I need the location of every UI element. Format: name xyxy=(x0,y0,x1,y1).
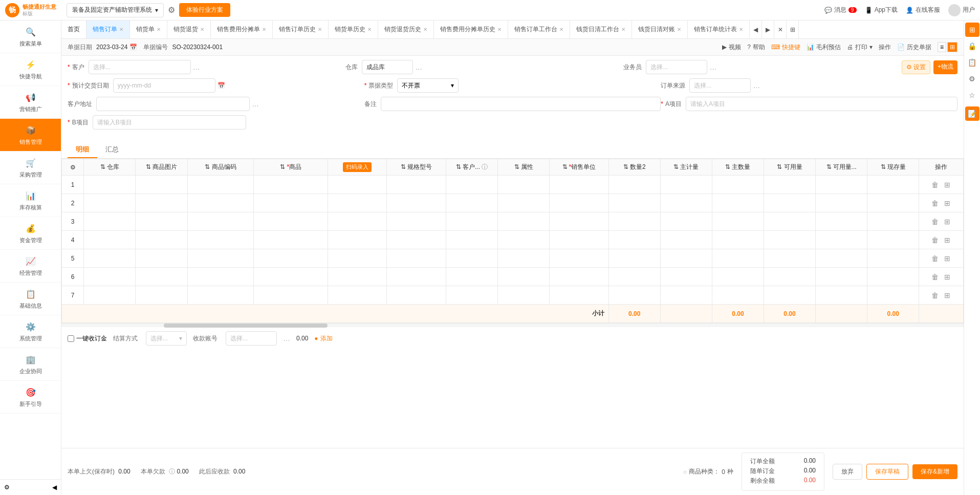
row-copy-btn[interactable]: ⊞ xyxy=(942,235,952,245)
account-input[interactable]: 选择... xyxy=(226,331,277,346)
tab-close-icon[interactable]: ✕ xyxy=(423,27,427,32)
row-delete-btn[interactable]: 🗑 xyxy=(930,217,940,227)
tab-order-workbench[interactable]: 销售订单工作台 ✕ xyxy=(508,20,570,38)
row-warehouse[interactable] xyxy=(84,176,136,194)
sidebar-item-operations[interactable]: 📈 经营管理 xyxy=(0,250,61,283)
tab-close-icon[interactable]: ✕ xyxy=(119,27,123,32)
row-delete-btn[interactable]: 🗑 xyxy=(930,290,940,300)
tab-refund-history[interactable]: 销货退货历史 ✕ xyxy=(378,20,434,38)
sidebar-item-base[interactable]: 📋 基础信息 xyxy=(0,283,61,315)
layout-grid-icon[interactable]: ⊞ xyxy=(947,42,957,52)
row-copy-btn[interactable]: ⊞ xyxy=(942,180,952,190)
add-logistics-btn[interactable]: +物流 xyxy=(933,60,957,74)
row-attribute[interactable] xyxy=(498,176,550,194)
warehouse-ellipsis-btn[interactable]: … xyxy=(415,63,422,71)
right-panel-icon-5[interactable]: ☆ xyxy=(965,88,979,102)
customer-ellipsis-btn[interactable]: … xyxy=(193,63,200,71)
row-copy-btn[interactable]: ⊞ xyxy=(942,198,952,208)
sidebar-item-system[interactable]: ⚙️ 系统管理 xyxy=(0,315,61,348)
sidebar-item-purchase[interactable]: 🛒 采购管理 xyxy=(0,152,61,184)
customer-input[interactable]: 选择... xyxy=(89,60,191,74)
sidebar-settings-icon[interactable]: ⚙ xyxy=(4,484,10,491)
tab-next-btn[interactable]: ▶ xyxy=(762,20,774,39)
account-ellipsis-btn[interactable]: … xyxy=(283,334,290,342)
save-draft-button[interactable]: 保存草稿 xyxy=(866,464,908,480)
sidebar-collapse-icon[interactable]: ◀ xyxy=(52,484,57,491)
tab-daily-reconcile[interactable]: 钱货日清对账 ✕ xyxy=(632,20,688,38)
sidebar-item-search-menu[interactable]: 🔍 搜索菜单 xyxy=(0,20,61,53)
order-source-ellipsis-btn[interactable]: … xyxy=(753,81,760,90)
calendar-icon[interactable]: 📅 xyxy=(129,44,137,51)
app-download[interactable]: 📱 App下载 xyxy=(865,6,898,14)
add-account-btn[interactable]: ● 添加 xyxy=(314,334,332,343)
print-btn[interactable]: 🖨 打印 ▾ xyxy=(847,43,873,52)
tab-prev-btn[interactable]: ◀ xyxy=(750,20,762,39)
settings-gear-icon[interactable]: ⚙ xyxy=(168,5,175,15)
online-service[interactable]: 👤 在线客服 xyxy=(906,6,940,14)
right-panel-icon-1[interactable]: ⊞ xyxy=(965,23,979,37)
tab-close-icon[interactable]: ✕ xyxy=(318,27,322,32)
view-video-btn[interactable]: ▶ 视频 xyxy=(722,43,741,52)
tab-close-icon[interactable]: ✕ xyxy=(200,27,204,32)
tab-expand-btn[interactable]: ⊞ xyxy=(787,20,799,39)
save-new-button[interactable]: 保存&新增 xyxy=(912,464,957,479)
tab-close-icon[interactable]: ✕ xyxy=(739,27,743,32)
a-project-input[interactable]: 请输入A项目 xyxy=(686,97,957,111)
tab-close-icon[interactable]: ✕ xyxy=(262,27,266,32)
tab-fee-history[interactable]: 销售费用分摊单历史 ✕ xyxy=(434,20,508,38)
user-avatar[interactable]: 用户 xyxy=(948,4,975,16)
discard-button[interactable]: 放弃 xyxy=(833,464,862,480)
row-code[interactable] xyxy=(187,176,254,194)
order-source-input[interactable]: 选择... xyxy=(689,78,751,93)
scrollbar-thumb[interactable] xyxy=(164,324,328,328)
sidebar-item-sales[interactable]: 📦 销售管理 xyxy=(0,119,61,152)
tab-detail[interactable]: 明细 xyxy=(68,142,97,158)
row-spec[interactable] xyxy=(387,176,446,194)
staff-input[interactable]: 选择... xyxy=(646,60,707,74)
right-panel-icon-2[interactable]: 🔒 xyxy=(965,39,979,53)
row-delete-btn[interactable]: 🗑 xyxy=(930,272,940,282)
row-delete-btn[interactable]: 🗑 xyxy=(930,198,940,208)
delivery-calendar-icon[interactable]: 📅 xyxy=(217,82,225,89)
row-main-qty[interactable] xyxy=(712,176,764,194)
tab-sales-fee-split[interactable]: 销售费用分摊单 ✕ xyxy=(211,20,273,38)
profit-btn[interactable]: 📊 毛利预估 xyxy=(807,43,841,52)
message-center[interactable]: 💬 消息 9 xyxy=(824,6,857,14)
shortcut-btn[interactable]: ⌨ 快捷键 xyxy=(771,43,800,52)
tab-more-btn[interactable]: ✕ xyxy=(774,20,787,39)
tab-sales-refund[interactable]: 销货退货 ✕ xyxy=(167,20,211,38)
sidebar-item-newbie[interactable]: 🎯 新手引导 xyxy=(0,381,61,414)
row-qty2[interactable] xyxy=(608,176,660,194)
tab-close-icon[interactable]: ✕ xyxy=(559,27,563,32)
sidebar-item-enterprise[interactable]: 🏢 企业协同 xyxy=(0,348,61,381)
tab-sales-stats[interactable]: 销售订单统计表 ✕ xyxy=(688,20,750,38)
tab-close-icon[interactable]: ✕ xyxy=(157,27,161,32)
address-ellipsis-btn[interactable]: … xyxy=(252,100,259,108)
tab-close-icon[interactable]: ✕ xyxy=(677,27,681,32)
horizontal-scrollbar[interactable] xyxy=(61,323,964,327)
invoice-select[interactable]: 不开票 ▾ xyxy=(397,78,459,93)
sidebar-item-inventory[interactable]: 📊 库存核算 xyxy=(0,184,61,217)
note-input[interactable] xyxy=(381,97,661,111)
operation-btn[interactable]: 操作 xyxy=(879,43,891,52)
help-btn[interactable]: ? 帮助 xyxy=(747,43,765,52)
row-copy-btn[interactable]: ⊞ xyxy=(942,272,952,282)
sidebar-item-quick-nav[interactable]: ⚡ 快捷导航 xyxy=(0,53,61,86)
payment-method-select[interactable]: 选择... ▾ xyxy=(146,331,187,346)
row-delete-btn[interactable]: 🗑 xyxy=(930,180,940,190)
row-unit[interactable] xyxy=(550,176,609,194)
tab-close-icon[interactable]: ✕ xyxy=(497,27,502,32)
tab-sales-order-history[interactable]: 销售订单历史 ✕ xyxy=(273,20,329,38)
row-copy-btn[interactable]: ⊞ xyxy=(942,217,952,227)
row-copy-btn[interactable]: ⊞ xyxy=(942,290,952,300)
row-main-unit[interactable] xyxy=(660,176,712,194)
row-delete-btn[interactable]: 🗑 xyxy=(930,253,940,264)
history-btn[interactable]: 📄 历史单据 xyxy=(897,43,931,52)
row-copy-btn[interactable]: ⊞ xyxy=(942,253,952,264)
address-input[interactable] xyxy=(96,97,250,111)
tab-daily-clear[interactable]: 钱货日清工作台 ✕ xyxy=(570,20,632,38)
tab-summary[interactable]: 汇总 xyxy=(97,142,127,158)
tab-sales-return-history[interactable]: 销货单历史 ✕ xyxy=(329,20,378,38)
tab-home[interactable]: 首页 xyxy=(61,20,86,38)
tab-close-icon[interactable]: ✕ xyxy=(621,27,625,32)
